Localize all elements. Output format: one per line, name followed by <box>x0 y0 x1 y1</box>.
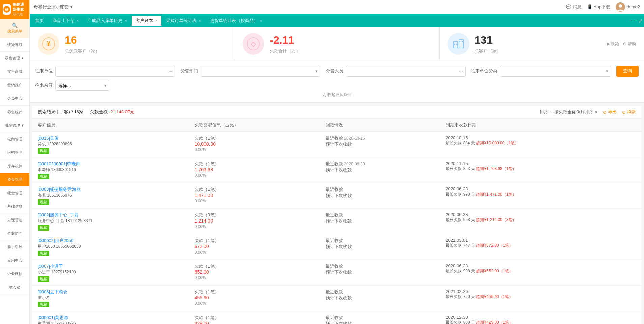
recovery-next: 预计下次收款 <box>326 218 435 224</box>
overdue-tag-link[interactable]: 超期¥1,214.00（3笔） <box>476 217 516 222</box>
sort-selector[interactable]: 排序： 按欠款金额倒序排序 ▾ <box>540 109 597 115</box>
customer-name-link[interactable]: [000001]黄思源 <box>38 315 68 320</box>
sidebar-item-purchase-mgmt[interactable]: 采购管理 <box>0 146 29 159</box>
customer-name-link[interactable]: [000002]用户2050 <box>38 238 74 243</box>
overdue-tag-link[interactable]: 超期¥455.90（1笔） <box>476 294 513 299</box>
person-input[interactable] <box>346 66 466 77</box>
sidebar-item-system-mgmt[interactable]: 系统管理 <box>0 213 29 227</box>
tab-import-stats-close[interactable]: × <box>260 19 262 23</box>
tab-product-history-close[interactable]: × <box>124 19 127 23</box>
sidebar-item-retail-mgmt[interactable]: 零售管理 ▲ <box>0 52 29 65</box>
search-button[interactable]: 查询 <box>616 66 639 77</box>
sidebar-item-retail-stats[interactable]: 零售统计 <box>0 106 29 119</box>
recovery-cell-0: 最近收款 2020-10-15 预计下次收款 <box>320 132 441 157</box>
person-label: 分管人员 <box>326 68 343 74</box>
overdue-tag-link[interactable]: 超期¥10,000.00（1笔） <box>476 141 519 145</box>
help-btn[interactable]: ⊙ 帮助 <box>623 41 636 47</box>
tab-product-history[interactable]: 产成品入库单历史 × <box>83 16 131 26</box>
overdue-tag-link[interactable]: 超期¥672.00（1笔） <box>476 243 513 248</box>
tab-customer-account[interactable]: 客户账本 × <box>132 16 161 26</box>
remaining-select[interactable]: 选择... <box>55 80 109 91</box>
sidebar-item-marketing[interactable]: 营销推广 <box>0 79 29 92</box>
source-unit-dots-icon[interactable]: ··· <box>169 69 172 74</box>
svg-text:好: 好 <box>5 8 9 11</box>
app-download-btn[interactable]: 📱 App下载 <box>587 4 610 10</box>
table-row: [0006]去下粮仓 陈小希 现销 欠款（1笔） 455.90 0.00% 最近… <box>32 286 641 311</box>
dept-dropdown-icon[interactable]: ▾ <box>315 69 318 74</box>
customer-phone: 李老师 18600391516 <box>38 167 184 173</box>
customer-name-link[interactable]: [0007]小进干 <box>38 264 63 269</box>
customer-name-link[interactable]: [0003]畅捷服务尹海燕 <box>38 187 81 192</box>
message-btn[interactable]: 💬 消息 <box>566 4 582 10</box>
debt-ratio: 0.00% <box>195 275 315 280</box>
debt-ratio: 0.00% <box>195 250 315 255</box>
tab-purchase-order[interactable]: 采购订单统计表 × <box>162 16 205 26</box>
tab-minimize-btn[interactable]: — <box>630 18 636 24</box>
overdue-tag-link[interactable]: 超期¥429.00（1笔） <box>476 320 513 324</box>
table-row: [0007]小进干 小进干 18279152100 现销 欠款（1笔） 652.… <box>32 260 641 286</box>
overdue-tag-link[interactable]: 超期¥1,703.68（1笔） <box>476 166 516 171</box>
source-unit-input-wrapper: ··· <box>55 66 175 77</box>
sidebar-item-enterprise-wechat[interactable]: 企业微信 <box>0 267 29 281</box>
overdue-date: 2020.12.30 <box>446 315 636 320</box>
debt-amount: 1,703.68 <box>195 167 315 172</box>
filter-area: 往来单位 ··· 分管部门 ▾ 分管人员 <box>30 61 644 103</box>
sidebar-item-finance[interactable]: 资金管理 <box>0 173 29 186</box>
sidebar-item-enterprise-collab[interactable]: 企业协同 <box>0 227 29 240</box>
customer-cell-2: [0003]畅捷服务尹海燕 海燕 18513066976 现销 <box>32 183 189 209</box>
tab-product-shelf[interactable]: 商品上下架 × <box>49 16 83 26</box>
stat-card-total-customers: 131 总客户（家） ▶ 视频 ⊙ 帮助 <box>440 27 644 61</box>
sidebar-item-app-center[interactable]: 应用中心 <box>0 254 29 267</box>
sidebar-item-vip-member[interactable]: 畅会员 <box>0 281 29 294</box>
export-button[interactable]: ⊙ 导出 <box>603 109 617 115</box>
view-video-btn[interactable]: ▶ 视频 <box>607 41 619 47</box>
sidebar-item-business-mgmt[interactable]: 经营管理 <box>0 186 29 200</box>
source-unit-class-dropdown-icon[interactable]: ▾ <box>606 69 608 74</box>
overdue-cell-6: 2021.02.26 最长欠款 750 天 超期¥455.90（1笔） <box>440 286 641 311</box>
customer-name-link[interactable]: [0006]去下粮仓 <box>38 289 67 294</box>
tab-home[interactable]: 首页 <box>31 16 48 26</box>
customer-name-link[interactable]: [00010200001]李老师 <box>38 161 80 166</box>
customer-phone: 海燕 18513066976 <box>38 193 184 198</box>
tab-purchase-order-close[interactable]: × <box>199 19 201 23</box>
sidebar-item-basic-info[interactable]: 基础信息 <box>0 200 29 213</box>
sidebar-item-inventory[interactable]: 库存核算 <box>0 159 29 173</box>
tab-product-shelf-close[interactable]: × <box>77 19 79 23</box>
source-unit-class-input[interactable] <box>500 66 611 77</box>
recovery-last: 最近收款 <box>326 289 435 295</box>
sidebar-item-retail-mall[interactable]: 零售商城 <box>0 65 29 79</box>
stat-icon-debt: ◇ <box>243 33 264 55</box>
org-selector[interactable]: 母婴行业演示账套 ▾ <box>34 4 73 10</box>
remaining-label: 往来余额 <box>35 82 53 88</box>
overdue-tag-link[interactable]: 超期¥652.00（1笔） <box>476 269 513 273</box>
customer-name-link[interactable]: [0002]服务中心_丁磊 <box>38 212 79 217</box>
recovery-last: 最近收款 2020-10-15 <box>326 135 435 141</box>
collapse-button[interactable]: ⋀ 收起更多条件 <box>323 92 352 98</box>
overdue-days: 最长欠款 998 天 <box>446 217 476 222</box>
tab-import-stats[interactable]: 进货单统计表（按商品） × <box>206 16 266 26</box>
dept-input[interactable] <box>201 66 320 77</box>
user-avatar-btn[interactable]: demo2 <box>616 2 640 12</box>
data-table: 客户信息 欠款交易信息（占比） 回款情况 到期未收款日期 [0016]吴俊 吴俊… <box>32 119 641 324</box>
stat-card-actions: ▶ 视频 ⊙ 帮助 <box>607 41 636 47</box>
total-customers-label: 总客户（家） <box>475 48 601 54</box>
tab-expand-btn[interactable]: ⤢ <box>638 18 643 24</box>
refresh-button[interactable]: ⊙ 刷新 <box>622 109 636 115</box>
person-dots-icon[interactable]: ··· <box>459 69 463 74</box>
sidebar-item-membership[interactable]: 会员中心 <box>0 92 29 106</box>
overdue-tag-link[interactable]: 超期¥1,471.00（1笔） <box>476 192 516 197</box>
customer-name-link[interactable]: [0016]吴俊 <box>38 136 59 141</box>
source-unit-input[interactable] <box>55 66 175 77</box>
tab-customer-account-close[interactable]: × <box>155 19 157 23</box>
debt-count: 欠款（1笔） <box>195 238 315 244</box>
overdue-date: 2020.11.15 <box>446 161 636 166</box>
overdue-date: 2020.10.15 <box>446 135 636 140</box>
sidebar-item-batch-mgmt[interactable]: 批发管理 ▼ <box>0 119 29 132</box>
stat-icon-customers <box>448 33 469 55</box>
sidebar-item-ecommerce[interactable]: 电商管理 <box>0 132 29 146</box>
sidebar-item-quick-nav[interactable]: 快捷导航 <box>0 38 29 52</box>
sidebar-item-new-guide[interactable]: 新手引导 <box>0 240 29 254</box>
table-row: [0016]吴俊 吴俊 13026203696 现销 欠款（1笔） 10,000… <box>32 132 641 157</box>
sidebar-item-search-menu[interactable]: 🔍 搜索菜单 <box>0 19 29 38</box>
source-unit-class-wrapper: ▾ <box>500 66 611 77</box>
